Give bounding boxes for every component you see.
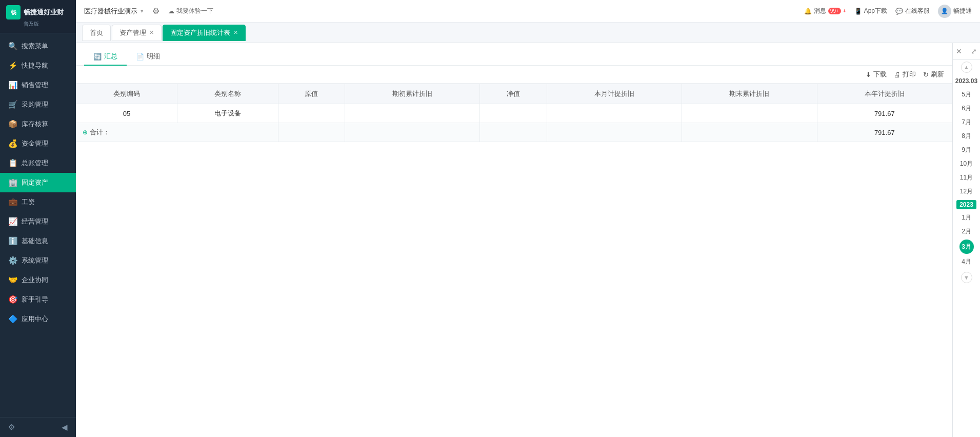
sub-tab-summary[interactable]: 🔄 汇总 (84, 48, 127, 66)
company-name: 医疗器械行业演示 (84, 7, 137, 16)
experience-icon: ☁ (168, 8, 174, 15)
sidebar-item-salary[interactable]: 💼 工资 (0, 192, 76, 212)
sidebar-item-label: 采购管理 (22, 100, 48, 109)
nav-down-button[interactable]: ▼ (961, 272, 972, 283)
edition-label: 普及版 (24, 21, 39, 28)
download-button[interactable]: ⬇ 下载 (866, 70, 887, 79)
month-5[interactable]: 5月 (953, 88, 980, 102)
sidebar-item-inventory[interactable]: 📦 库存核算 (0, 114, 76, 134)
month-10[interactable]: 10月 (953, 157, 980, 171)
sidebar-item-basicinfo[interactable]: ℹ️ 基础信息 (0, 231, 76, 251)
th-category-code: 类别编码 (76, 84, 177, 104)
sum-annual-depreciation: 791.67 (817, 123, 952, 142)
nav-up-button[interactable]: ▲ (961, 62, 972, 73)
sum-expand-icon[interactable]: ⊕ (83, 129, 88, 136)
right-panel-expand-icon[interactable]: ⤢ (971, 47, 977, 55)
app-download-button[interactable]: 📱 App下载 (854, 7, 887, 15)
sidebar-item-system[interactable]: ⚙️ 系统管理 (0, 251, 76, 270)
tab-assets-close-icon[interactable]: ✕ (149, 29, 154, 36)
sub-tab-detail-label: 明细 (147, 52, 160, 61)
sidebar-settings-icon[interactable]: ⚙ (8, 423, 15, 432)
th-period-accumulated: 期初累计折旧 (345, 84, 480, 104)
management-icon: 📈 (8, 217, 17, 226)
sum-period-end-accumulated (682, 123, 817, 142)
funds-icon: 💰 (8, 139, 17, 148)
sidebar-item-fixedassets[interactable]: 🏢 固定资产 (0, 173, 76, 192)
appcenter-icon: 🔷 (8, 314, 17, 324)
sidebar-item-label: 快捷导航 (22, 61, 48, 70)
sidebar-item-management[interactable]: 📈 经营管理 (0, 212, 76, 231)
tab-assets[interactable]: 资产管理 ✕ (112, 25, 162, 41)
logo-row: 畅 畅捷通好业财 (6, 5, 64, 19)
header-settings-button[interactable]: ⚙ (149, 4, 163, 18)
month-2023-3-selected[interactable]: 3月 (959, 240, 974, 254)
sidebar-item-label: 系统管理 (22, 256, 48, 265)
nav-down-icon: ▼ (964, 274, 969, 281)
right-panel: ✕ ⤢ ▲ 2023.03 5月 6月 7月 8月 9月 10月 11月 12月… (952, 43, 980, 437)
month-2023-2[interactable]: 2月 (953, 225, 980, 239)
download-icon: 📱 (854, 8, 862, 15)
right-panel-close-icon[interactable]: ✕ (956, 47, 962, 55)
current-year-badge: 2023 (956, 200, 976, 209)
right-panel-header: ✕ ⤢ (953, 43, 980, 60)
sidebar-item-label: 库存核算 (22, 120, 48, 129)
logo-text: 畅捷通好业财 (24, 8, 64, 17)
content-body: 🔄 汇总 📄 明细 ⬇ 下载 🖨 打印 (76, 43, 980, 437)
sidebar-item-label: 搜索菜单 (22, 42, 48, 51)
tab-depreciation[interactable]: 固定资产折旧统计表 ✕ (163, 25, 246, 41)
service-icon: 💬 (895, 8, 903, 15)
top-header: 医疗器械行业演示 ▾ ⚙ ☁ 我要体验一下 🔔 消息 99+ + 📱 App下载 (76, 0, 980, 23)
sidebar-item-label: 工资 (22, 197, 35, 207)
experience-button[interactable]: ☁ 我要体验一下 (168, 7, 213, 15)
month-2023-4[interactable]: 4月 (953, 255, 980, 269)
quicknav-icon: ⚡ (8, 61, 17, 70)
sidebar-item-search[interactable]: 🔍 搜索菜单 (0, 36, 76, 56)
sidebar-item-label: 资金管理 (22, 139, 48, 148)
th-category-name: 类别名称 (177, 84, 278, 104)
sidebar-item-label: 销售管理 (22, 81, 48, 90)
sub-tabs: 🔄 汇总 📄 明细 (76, 43, 952, 66)
online-service-button[interactable]: 💬 在线客服 (895, 7, 930, 15)
inventory-icon: 📦 (8, 120, 17, 129)
enterprise-icon: 🤝 (8, 275, 17, 285)
month-8[interactable]: 8月 (953, 129, 980, 143)
month-2023-1[interactable]: 1月 (953, 211, 980, 225)
notifications-button[interactable]: 🔔 消息 99+ + (804, 7, 846, 15)
user-profile[interactable]: 👤 畅捷通 (938, 5, 972, 18)
refresh-button[interactable]: ↻ 刷新 (923, 70, 944, 79)
sidebar-item-label: 新手引导 (22, 295, 48, 304)
sub-tab-detail[interactable]: 📄 明细 (127, 48, 169, 66)
sidebar-item-purchase[interactable]: 🛒 采购管理 (0, 95, 76, 114)
month-11[interactable]: 11月 (953, 171, 980, 185)
sidebar-item-sales[interactable]: 📊 销售管理 (0, 75, 76, 95)
sidebar-item-guide[interactable]: 🎯 新手引导 (0, 290, 76, 309)
purchase-icon: 🛒 (8, 100, 17, 109)
sidebar-item-quicknav[interactable]: ⚡ 快捷导航 (0, 56, 76, 75)
sidebar-item-label: 固定资产 (22, 178, 48, 187)
sum-row: ⊕ 合计： 791.67 (76, 123, 952, 142)
month-9[interactable]: 9月 (953, 143, 980, 157)
company-selector[interactable]: 医疗器械行业演示 ▾ (84, 7, 144, 16)
app-download-label: App下载 (864, 7, 887, 15)
download-icon: ⬇ (866, 71, 871, 78)
month-7[interactable]: 7月 (953, 115, 980, 129)
sum-label-text: 合计： (90, 128, 110, 137)
sidebar-item-enterprise[interactable]: 🤝 企业协同 (0, 270, 76, 290)
month-12[interactable]: 12月 (953, 185, 980, 198)
sidebar: 畅 畅捷通好业财 普及版 🔍 搜索菜单 ⚡ 快捷导航 📊 销售管理 🛒 采购管理… (0, 0, 76, 437)
th-period-end-accumulated: 期末累计折旧 (682, 84, 817, 104)
tab-depreciation-close-icon[interactable]: ✕ (233, 29, 238, 36)
sidebar-item-ledger[interactable]: 📋 总账管理 (0, 153, 76, 173)
logo-icon: 畅 (6, 5, 21, 19)
basicinfo-icon: ℹ️ (8, 236, 17, 246)
sum-monthly-depreciation (547, 123, 682, 142)
sidebar-collapse-icon[interactable]: ◀ (62, 423, 68, 432)
sidebar-item-appcenter[interactable]: 🔷 应用中心 (0, 309, 76, 329)
sidebar-item-funds[interactable]: 💰 资金管理 (0, 134, 76, 153)
sum-label-cell: ⊕ 合计： (76, 123, 278, 142)
nav-up-icon: ▲ (964, 64, 969, 70)
sum-original-value (278, 123, 345, 142)
month-6[interactable]: 6月 (953, 102, 980, 115)
print-button[interactable]: 🖨 打印 (894, 70, 916, 79)
tab-home[interactable]: 首页 (82, 25, 111, 41)
